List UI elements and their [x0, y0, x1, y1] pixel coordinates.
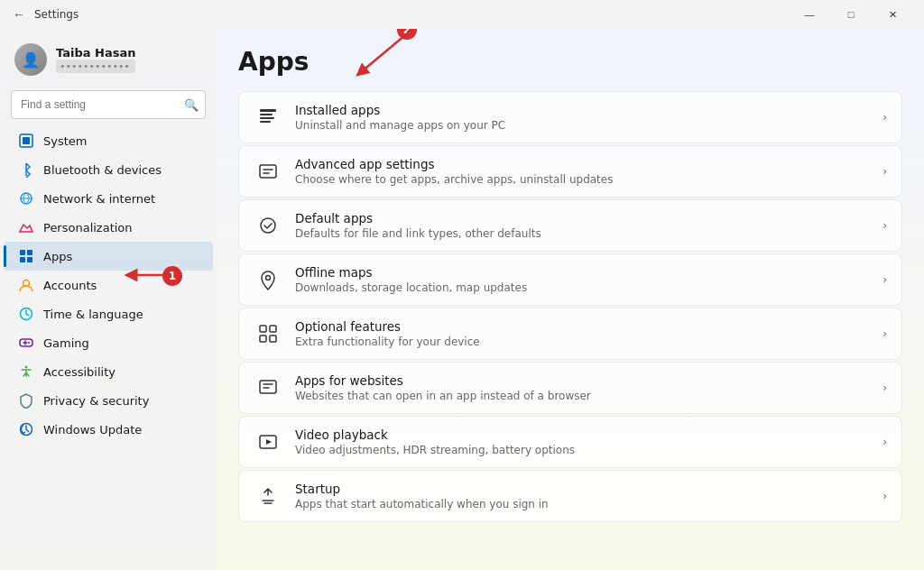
avatar: 👤 — [14, 43, 47, 76]
sidebar-item-personalization[interactable]: Personalization — [4, 213, 213, 242]
sidebar-item-label: Apps — [43, 250, 72, 263]
svg-rect-14 — [260, 114, 273, 115]
settings-item-desc-apps-for-websites: Websites that can open in an app instead… — [295, 390, 870, 402]
sidebar-item-update[interactable]: Windows Update — [4, 415, 213, 444]
settings-item-video-playback[interactable]: Video playback Video adjustments, HDR st… — [238, 416, 902, 468]
settings-item-title-default-apps: Default apps — [295, 211, 870, 225]
settings-item-installed-apps[interactable]: Installed apps Uninstall and manage apps… — [238, 91, 902, 143]
settings-item-desc-offline-maps: Downloads, storage location, map updates — [295, 281, 870, 294]
search-box: 🔍 — [11, 90, 206, 119]
sidebar-item-privacy[interactable]: Privacy & security — [4, 386, 213, 415]
settings-item-text-video-playback: Video playback Video adjustments, HDR st… — [295, 428, 870, 456]
time-icon — [18, 306, 34, 322]
settings-item-text-startup: Startup Apps that start automatically wh… — [295, 482, 870, 510]
settings-list: Installed apps Uninstall and manage apps… — [238, 91, 902, 522]
system-icon — [18, 133, 34, 149]
chevron-right-icon: › — [882, 219, 887, 232]
search-icon: 🔍 — [184, 98, 199, 112]
settings-item-text-advanced-app-settings: Advanced app settings Choose where to ge… — [295, 157, 870, 186]
settings-item-desc-optional-features: Extra functionality for your device — [295, 336, 870, 348]
sidebar-item-system[interactable]: System — [4, 126, 213, 155]
bluetooth-icon — [18, 161, 34, 178]
close-button[interactable]: ✕ — [872, 0, 913, 29]
sidebar-item-apps[interactable]: Apps — [4, 242, 213, 271]
user-email: •••••••••••• — [56, 60, 135, 73]
default-apps-icon — [254, 211, 282, 240]
settings-item-title-optional-features: Optional features — [295, 319, 870, 334]
installed-apps-icon — [254, 103, 282, 132]
titlebar: ← Settings — □ ✕ — [0, 0, 924, 29]
sidebar-item-label: Privacy & security — [43, 394, 149, 408]
gaming-icon — [18, 335, 34, 351]
minimize-button[interactable]: — — [789, 0, 830, 29]
svg-point-18 — [261, 218, 275, 233]
annotation-badge-2: 2 — [397, 29, 417, 40]
annotation-badge-1: 1 — [162, 266, 182, 286]
settings-item-default-apps[interactable]: Default apps Defaults for file and link … — [238, 199, 902, 252]
page-title: Apps — [238, 47, 902, 77]
settings-item-text-apps-for-websites: Apps for websites Websites that can open… — [295, 373, 870, 402]
sidebar-item-bluetooth[interactable]: Bluetooth & devices — [4, 155, 213, 184]
sidebar-item-label: Bluetooth & devices — [43, 163, 162, 177]
settings-item-title-offline-maps: Offline maps — [295, 265, 870, 280]
offline-maps-icon — [254, 265, 282, 294]
svg-rect-3 — [27, 250, 32, 255]
privacy-icon — [18, 392, 34, 409]
video-playback-icon — [254, 428, 282, 456]
back-button[interactable]: ← — [11, 5, 27, 23]
settings-item-desc-installed-apps: Uninstall and manage apps on your PC — [295, 119, 870, 132]
titlebar-left: ← Settings — [11, 5, 79, 23]
svg-rect-17 — [260, 165, 276, 178]
sidebar: 👤 Taiba Hasan •••••••••••• 🔍 System Blue… — [0, 29, 217, 570]
sidebar-item-network[interactable]: Network & internet — [4, 184, 213, 213]
settings-item-offline-maps[interactable]: Offline maps Downloads, storage location… — [238, 253, 902, 306]
main-content: Apps 2 Installed apps Uninstall and mana… — [217, 29, 924, 570]
user-info: Taiba Hasan •••••••••••• — [56, 46, 135, 73]
sidebar-item-accessibility[interactable]: Accessibility — [4, 357, 213, 386]
avatar-image: 👤 — [14, 43, 47, 76]
svg-point-10 — [25, 366, 28, 369]
sidebar-item-label: Accounts — [43, 279, 97, 292]
chevron-right-icon: › — [882, 327, 887, 340]
accounts-icon — [18, 277, 34, 293]
apps-websites-icon — [254, 373, 282, 402]
settings-item-desc-advanced-app-settings: Choose where to get apps, archive apps, … — [295, 173, 870, 186]
chevron-right-icon: › — [882, 382, 887, 394]
titlebar-title: Settings — [34, 8, 79, 21]
chevron-right-icon: › — [882, 273, 887, 286]
svg-point-9 — [28, 342, 30, 344]
sidebar-item-time[interactable]: Time & language — [4, 299, 213, 328]
settings-item-desc-startup: Apps that start automatically when you s… — [295, 498, 870, 510]
settings-item-startup[interactable]: Startup Apps that start automatically wh… — [238, 470, 902, 522]
network-icon — [18, 190, 34, 207]
sidebar-item-label: System — [43, 134, 87, 148]
app-container: 👤 Taiba Hasan •••••••••••• 🔍 System Blue… — [0, 29, 924, 570]
apps-icon — [18, 248, 34, 264]
settings-item-desc-video-playback: Video adjustments, HDR streaming, batter… — [295, 444, 870, 456]
svg-rect-5 — [27, 257, 32, 262]
svg-rect-16 — [260, 121, 271, 123]
svg-rect-24 — [260, 381, 276, 393]
svg-point-19 — [266, 276, 271, 280]
svg-rect-2 — [20, 250, 25, 255]
svg-rect-22 — [260, 336, 266, 342]
startup-icon — [254, 482, 282, 510]
search-input[interactable] — [11, 90, 206, 119]
sidebar-item-label: Windows Update — [43, 423, 142, 437]
settings-item-title-startup: Startup — [295, 482, 870, 496]
settings-item-text-default-apps: Default apps Defaults for file and link … — [295, 211, 870, 240]
svg-rect-4 — [20, 257, 25, 262]
settings-item-apps-for-websites[interactable]: Apps for websites Websites that can open… — [238, 362, 902, 414]
maximize-button[interactable]: □ — [830, 0, 872, 29]
settings-item-title-installed-apps: Installed apps — [295, 103, 870, 117]
svg-rect-21 — [270, 326, 276, 332]
settings-item-title-advanced-app-settings: Advanced app settings — [295, 157, 870, 171]
settings-item-optional-features[interactable]: Optional features Extra functionality fo… — [238, 308, 902, 360]
settings-item-text-optional-features: Optional features Extra functionality fo… — [295, 319, 870, 348]
advanced-apps-icon — [254, 157, 282, 186]
user-profile[interactable]: 👤 Taiba Hasan •••••••••••• — [0, 29, 217, 87]
settings-item-text-installed-apps: Installed apps Uninstall and manage apps… — [295, 103, 870, 132]
settings-item-advanced-app-settings[interactable]: Advanced app settings Choose where to ge… — [238, 145, 902, 198]
chevron-right-icon: › — [882, 165, 887, 178]
sidebar-item-gaming[interactable]: Gaming — [4, 328, 213, 357]
